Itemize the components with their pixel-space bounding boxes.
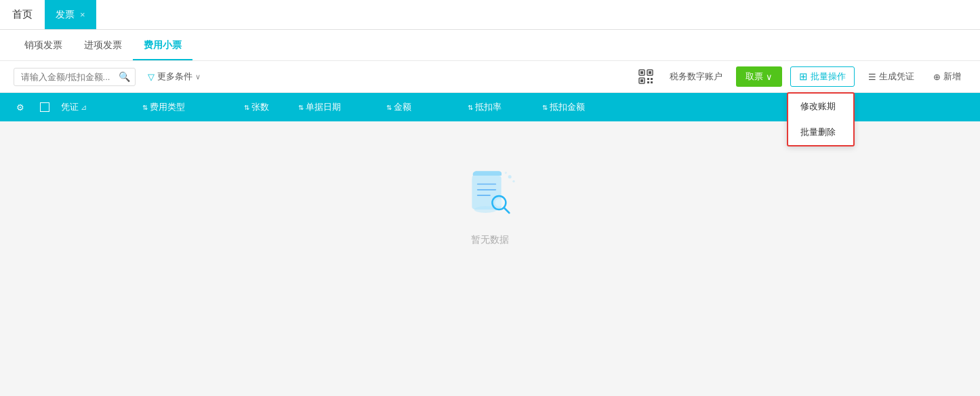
generate-voucher-icon: ☰ (868, 72, 876, 82)
add-new-button[interactable]: ⊕ 新增 (928, 68, 966, 85)
th-expense-type-sort-icon[interactable]: ⇅ (142, 104, 148, 111)
filter-button[interactable]: ▽ 更多条件 ∨ (142, 68, 206, 85)
filter-chevron-icon: ∨ (195, 73, 201, 81)
svg-rect-7 (651, 78, 653, 80)
generate-voucher-button[interactable]: ☰ 生成凭证 (863, 68, 920, 85)
th-deduct-rate: ⇅ 抵扣率 (462, 101, 537, 113)
generate-voucher-label: 生成凭证 (879, 71, 914, 83)
svg-rect-1 (640, 71, 643, 74)
take-invoice-button[interactable]: 取票 ∨ (736, 66, 782, 87)
subnav-item-sales[interactable]: 销项发票 (14, 30, 73, 60)
svg-point-18 (512, 180, 514, 182)
th-voucher-label: 凭证 (61, 101, 79, 113)
th-voucher-filter-icon[interactable]: ⊿ (81, 103, 87, 112)
filter-icon: ▽ (148, 72, 155, 82)
sub-nav: 销项发票 进项发票 费用小票 (0, 30, 980, 61)
th-settings: ⚙ (7, 102, 34, 113)
toolbar-left: 🔍 ▽ 更多条件 ∨ (14, 68, 206, 86)
th-date: ⇅ 单据日期 (293, 101, 381, 113)
toolbar-right: 税务数字账户 取票 ∨ ⊞ 批量操作 修改账期 批量删除 ☰ 生成凭证 ⊕ 新增 (636, 66, 966, 87)
invoice-tab-close-icon[interactable]: × (80, 9, 85, 20)
th-count-sort-icon[interactable]: ⇅ (244, 104, 249, 111)
batch-dropdown-modify-period[interactable]: 修改账期 (788, 94, 853, 119)
search-icon[interactable]: 🔍 (119, 71, 130, 82)
search-input[interactable] (14, 68, 136, 86)
svg-rect-9 (651, 81, 653, 83)
th-deduct-rate-label: 抵扣率 (475, 101, 502, 113)
subnav-item-expense[interactable]: 费用小票 (133, 30, 192, 60)
svg-rect-6 (647, 78, 649, 80)
svg-rect-8 (647, 81, 649, 83)
svg-point-15 (495, 199, 504, 207)
th-expense-type-label: 费用类型 (150, 101, 185, 113)
svg-point-19 (505, 172, 507, 174)
th-amount-label: 金额 (394, 101, 411, 113)
batch-ops-button[interactable]: ⊞ 批量操作 (790, 66, 855, 87)
th-date-label: 单据日期 (306, 101, 341, 113)
tax-digital-button[interactable]: 税务数字账户 (664, 68, 728, 85)
th-deduct-amount-label: 抵扣金额 (550, 101, 585, 113)
batch-ops-dropdown: 修改账期 批量删除 (787, 92, 855, 146)
th-deduct-amount: ⇅ 抵扣金额 (537, 101, 625, 113)
header-checkbox[interactable] (40, 102, 49, 112)
search-wrap: 🔍 (14, 68, 136, 86)
svg-line-16 (504, 208, 510, 214)
filter-label: 更多条件 (157, 71, 192, 83)
svg-rect-5 (640, 79, 643, 82)
th-checkbox (34, 102, 56, 112)
take-invoice-chevron-icon: ∨ (766, 72, 773, 82)
toolbar: 🔍 ▽ 更多条件 ∨ 税务数字账户 取票 ∨ (0, 61, 980, 93)
svg-point-17 (508, 175, 512, 178)
th-deduct-rate-sort-icon[interactable]: ⇅ (468, 104, 473, 111)
th-count-label: 张数 (251, 101, 269, 113)
qr-icon (638, 69, 653, 84)
add-new-icon: ⊕ (933, 72, 941, 82)
invoice-tab-label: 发票 (56, 9, 75, 21)
empty-icon (456, 162, 524, 223)
batch-ops-label: 批量操作 (811, 71, 846, 83)
empty-text: 暂无数据 (471, 234, 509, 246)
invoice-tab[interactable]: 发票 × (45, 0, 96, 29)
home-tab[interactable]: 首页 (0, 0, 45, 29)
settings-icon[interactable]: ⚙ (16, 102, 24, 113)
th-expense-type: ⇅ 费用类型 (137, 101, 239, 113)
add-new-label: 新增 (943, 71, 961, 83)
th-voucher: 凭证 ⊿ (56, 101, 137, 113)
th-amount-sort-icon[interactable]: ⇅ (386, 104, 392, 111)
th-date-sort-icon[interactable]: ⇅ (298, 104, 304, 111)
th-amount: ⇅ 金额 (381, 101, 462, 113)
top-bar: 首页 发票 × (0, 0, 980, 30)
batch-dropdown-batch-delete[interactable]: 批量删除 (788, 119, 853, 145)
batch-ops-wrap: ⊞ 批量操作 修改账期 批量删除 (790, 66, 855, 87)
svg-rect-3 (649, 71, 651, 74)
th-deduct-amount-sort-icon[interactable]: ⇅ (542, 104, 548, 111)
batch-ops-icon: ⊞ (799, 71, 808, 83)
take-invoice-label: 取票 (746, 71, 763, 83)
th-count: ⇅ 张数 (239, 101, 293, 113)
qr-button[interactable] (636, 66, 656, 87)
subnav-item-input[interactable]: 进项发票 (73, 30, 133, 60)
